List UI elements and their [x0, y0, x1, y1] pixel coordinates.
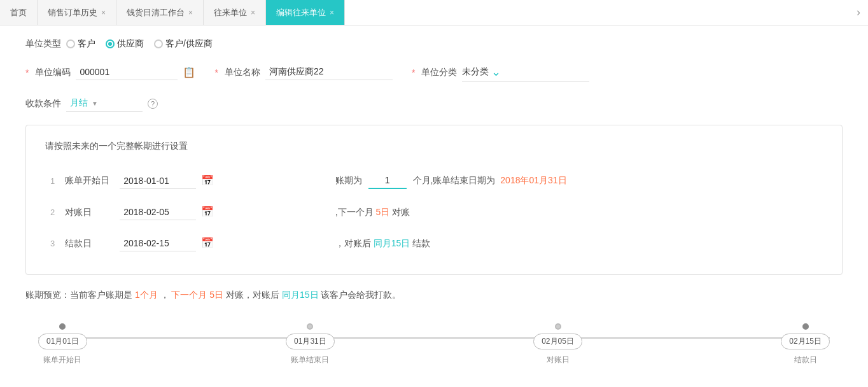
timeline-point-2: 01月31日 账单结束日: [286, 323, 335, 365]
unit-code-field: * 单位编码 📋: [25, 64, 195, 80]
payment-terms-value: 月结: [70, 97, 88, 109]
timeline-sub-1: 账单开始日: [43, 355, 81, 365]
step-2-calendar-icon[interactable]: 📅: [201, 206, 214, 217]
tab-expand-button[interactable]: ›: [849, 0, 868, 25]
unit-category-value: 未分类: [462, 66, 489, 78]
timeline-sub-2: 账单结束日: [291, 355, 329, 365]
tab-partner-unit[interactable]: 往来单位 ×: [204, 0, 266, 25]
tab-cash-work[interactable]: 钱货日清工作台 ×: [116, 0, 204, 25]
unit-name-label: 单位名称: [225, 67, 260, 78]
step-3-day: 同月15日: [374, 238, 410, 248]
tab-home-label: 首页: [10, 7, 27, 18]
timeline-label-4: 02月15日: [781, 334, 830, 349]
step-1-calendar-icon[interactable]: 📅: [201, 175, 214, 186]
unit-type-row: 单位类型 客户 供应商 客户/供应商: [25, 38, 843, 50]
tab-edit-partner-close[interactable]: ×: [330, 8, 334, 17]
timeline-points: 01月01日 账单开始日 01月31日 账单结束日 02月05日 对账日 02月…: [38, 323, 830, 365]
unit-type-field: 单位类型 客户 供应商 客户/供应商: [25, 38, 213, 50]
timeline-point-4: 02月15日 结款日: [781, 323, 830, 365]
tab-bar: 首页 销售订单历史 × 钱货日清工作台 × 往来单位 × 编辑往来单位 × ›: [0, 0, 868, 25]
radio-supplier[interactable]: 供应商: [106, 38, 144, 50]
tab-home[interactable]: 首页: [0, 0, 38, 25]
step-1-row: 1 账单开始日 📅 账期为 个月,账单结束日期为 2018年01月31日: [45, 165, 823, 197]
tab-partner-unit-label: 往来单位: [214, 7, 247, 18]
tab-sales-history[interactable]: 销售订单历史 ×: [38, 0, 116, 25]
radio-customer[interactable]: 客户: [66, 38, 95, 50]
preview-reconcile-day: 5日: [209, 290, 223, 300]
step-1-date-input[interactable]: [120, 173, 196, 189]
step-1-period-input[interactable]: [368, 172, 407, 189]
unit-name-star: *: [214, 67, 218, 78]
step-3-detail-cell: ，对账后 同月15日 结款: [325, 228, 823, 259]
step-2-date-cell: 📅: [115, 197, 325, 228]
payment-terms-field: 收款条件 月结 ▼ ?: [25, 95, 158, 112]
timeline-label-2: 01月31日: [286, 334, 335, 349]
step-1-label: 账单开始日: [60, 165, 115, 197]
tab-partner-unit-close[interactable]: ×: [251, 8, 255, 17]
step-1-date-cell: 📅: [115, 165, 325, 197]
unit-category-field: * 单位分类 未分类 ⌄: [412, 62, 589, 82]
tab-cash-work-label: 钱货日清工作台: [127, 7, 185, 18]
preview-reconcile-pre: 下一个月: [171, 290, 207, 300]
timeline-sub-3: 对账日: [547, 355, 570, 365]
timeline-dot-2: [307, 323, 313, 330]
preview-text3: 对账，对账后: [226, 290, 279, 300]
radio-customer-circle: [66, 39, 75, 48]
unit-code-input[interactable]: [76, 64, 178, 80]
step-3-num: 3: [45, 228, 60, 259]
tab-cash-work-close[interactable]: ×: [188, 8, 193, 17]
step-3-label: 结款日: [60, 228, 115, 259]
step-3-suffix: 结款: [412, 238, 430, 248]
radio-supplier-circle: [106, 39, 115, 48]
preview-payment-day: 同月15日: [282, 290, 319, 300]
unit-code-label: 单位编码: [35, 67, 71, 78]
step-1-suffix: 个月,账单结束日期为: [413, 175, 496, 185]
unit-name-input[interactable]: [265, 64, 393, 80]
page-content: 单位类型 客户 供应商 客户/供应商 * 单位编码: [0, 25, 868, 387]
radio-both[interactable]: 客户/供应商: [154, 38, 213, 50]
radio-both-circle: [154, 39, 163, 48]
payment-terms-select[interactable]: 月结 ▼: [66, 95, 143, 112]
timeline-dot-4: [802, 323, 809, 330]
step-3-date-input[interactable]: [120, 236, 196, 251]
step-2-suffix: 对账: [392, 207, 410, 217]
step-1-num: 1: [45, 165, 60, 197]
step-1-end-date: 2018年01月31日: [500, 175, 566, 185]
timeline-label-3: 02月05日: [533, 334, 582, 349]
unit-category-label: 单位分类: [421, 67, 457, 78]
unit-code-star: *: [25, 67, 29, 78]
payment-terms-help[interactable]: ?: [148, 99, 158, 109]
tab-edit-partner-label: 编辑往来单位: [276, 7, 326, 18]
steps-table: 1 账单开始日 📅 账期为 个月,账单结束日期为 2018年01月31日: [45, 165, 823, 259]
step-2-date-input[interactable]: [120, 204, 196, 220]
step-2-detail-cell: ,下一个月 5日 对账: [325, 197, 823, 228]
step-2-num: 2: [45, 197, 60, 228]
payment-terms-label: 收款条件: [25, 98, 61, 109]
timeline-dot-3: [555, 323, 561, 330]
step-2-day: 5日: [376, 207, 390, 217]
timeline-point-1: 01月01日 账单开始日: [38, 323, 87, 365]
unit-code-icon[interactable]: 📋: [183, 66, 195, 78]
step-3-row: 3 结款日 📅 ，对账后 同月15日 结款: [45, 228, 823, 259]
unit-category-chevron: ⌄: [491, 65, 501, 79]
unit-type-radio-group: 客户 供应商 客户/供应商: [66, 38, 213, 50]
unit-type-label: 单位类型: [25, 38, 61, 50]
step-1-detail-cell: 账期为 个月,账单结束日期为 2018年01月31日: [325, 165, 823, 197]
step-2-prefix: ,下一个月: [335, 207, 374, 217]
step-2-label: 对账日: [60, 197, 115, 228]
radio-both-label: 客户/供应商: [165, 38, 213, 50]
payment-terms-row: 收款条件 月结 ▼ ?: [25, 95, 843, 112]
timeline-label-1: 01月01日: [38, 334, 87, 349]
timeline-dot-1: [59, 323, 66, 330]
step-3-prefix: ，对账后: [335, 238, 371, 248]
step-3-calendar-icon[interactable]: 📅: [201, 237, 214, 248]
timeline-container: 01月01日 账单开始日 01月31日 账单结束日 02月05日 对账日 02月…: [25, 317, 843, 384]
unit-category-select[interactable]: 未分类 ⌄: [462, 62, 589, 82]
preview-sep: ，: [160, 290, 169, 300]
unit-category-star: *: [412, 67, 415, 78]
tab-edit-partner[interactable]: 编辑往来单位 ×: [266, 0, 345, 25]
step-1-period-label: 账期为: [335, 175, 362, 185]
preview-label: 账期预览：当前客户账期是: [25, 290, 132, 300]
tab-sales-history-close[interactable]: ×: [101, 8, 106, 17]
radio-customer-label: 客户: [78, 38, 95, 50]
